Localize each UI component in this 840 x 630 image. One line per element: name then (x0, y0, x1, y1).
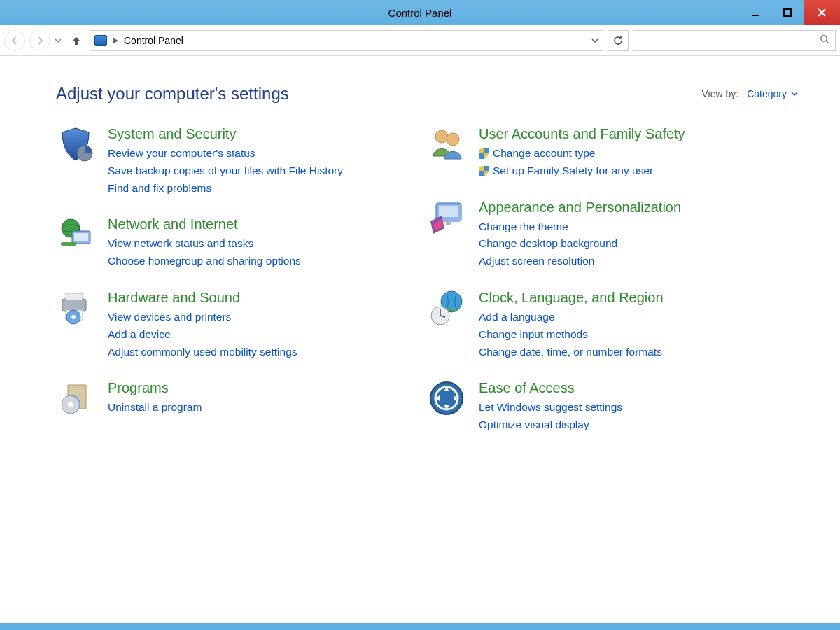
category-system-security: System and Security Review your computer… (56, 125, 420, 197)
category-title[interactable]: User Accounts and Family Safety (479, 126, 685, 142)
svg-rect-1 (784, 9, 791, 16)
link-add-language[interactable]: Add a language (479, 309, 664, 326)
ease-of-access-icon (427, 379, 466, 418)
control-panel-icon (94, 35, 107, 46)
chevron-down-icon (791, 90, 798, 97)
monitor-palette-icon (427, 198, 466, 237)
programs-icon (56, 379, 95, 418)
shield-icon (56, 125, 95, 164)
page-title: Adjust your computer's settings (56, 84, 289, 104)
svg-rect-9 (61, 242, 76, 246)
window-title: Control Panel (388, 7, 452, 19)
link-visual-display[interactable]: Optimize visual display (479, 416, 622, 434)
category-title[interactable]: Ease of Access (479, 380, 622, 396)
svg-rect-10 (62, 299, 86, 312)
printer-icon (56, 288, 95, 328)
link-file-history[interactable]: Save backup copies of your files with Fi… (108, 162, 343, 180)
link-date-time[interactable]: Change date, time, or number formats (479, 344, 664, 361)
clock-globe-icon (427, 288, 466, 328)
category-grid: System and Security Review your computer… (56, 125, 798, 434)
nav-toolbar: ▶ Control Panel (0, 25, 840, 56)
link-network-status[interactable]: View network status and tasks (108, 235, 301, 253)
category-ease-of-access: Ease of Access Let Windows suggest setti… (427, 379, 791, 434)
svg-rect-24 (439, 206, 458, 217)
link-change-theme[interactable]: Change the theme (479, 218, 681, 236)
uac-shield-icon (479, 166, 489, 176)
up-button[interactable] (67, 31, 85, 50)
search-input[interactable] (633, 30, 836, 51)
history-dropdown[interactable] (55, 37, 63, 44)
svg-rect-20 (484, 148, 489, 153)
link-family-safety[interactable]: Set up Family Safety for any user (479, 162, 685, 180)
link-desktop-bg[interactable]: Change desktop background (479, 235, 681, 253)
category-programs: Programs Uninstall a program (56, 379, 420, 418)
forward-button[interactable] (29, 30, 50, 51)
header-row: Adjust your computer's settings View by:… (56, 84, 798, 104)
link-screen-res[interactable]: Adjust screen resolution (479, 253, 681, 270)
globe-network-icon (56, 215, 95, 254)
svg-rect-25 (446, 221, 451, 225)
link-suggest-settings[interactable]: Let Windows suggest settings (479, 399, 622, 416)
search-icon (820, 34, 830, 46)
bottom-accent-bar (0, 623, 840, 630)
refresh-button[interactable] (608, 30, 629, 51)
svg-point-17 (435, 130, 448, 143)
category-title[interactable]: Clock, Language, and Region (479, 290, 664, 306)
viewby-label: View by: (702, 88, 739, 99)
uac-shield-icon (479, 148, 489, 159)
content-area: Adjust your computer's settings View by:… (0, 56, 840, 448)
minimize-button[interactable] (739, 0, 771, 25)
svg-rect-21 (479, 171, 484, 176)
category-title[interactable]: Programs (108, 380, 202, 396)
category-user-accounts: User Accounts and Family Safety Change a… (427, 125, 791, 180)
users-icon (427, 125, 466, 164)
link-review-status[interactable]: Review your computer's status (108, 145, 343, 162)
viewby-dropdown[interactable]: Category (747, 88, 798, 99)
maximize-button[interactable] (771, 0, 804, 25)
svg-rect-19 (479, 153, 484, 159)
address-bar[interactable]: ▶ Control Panel (90, 30, 603, 51)
svg-line-3 (826, 41, 829, 43)
link-devices-printers[interactable]: View devices and printers (108, 309, 298, 326)
link-mobility-settings[interactable]: Adjust commonly used mobility settings (108, 344, 298, 361)
link-uninstall[interactable]: Uninstall a program (108, 399, 202, 416)
category-network-internet: Network and Internet View network status… (56, 215, 420, 270)
category-hardware-sound: Hardware and Sound View devices and prin… (56, 288, 420, 360)
svg-rect-0 (752, 15, 759, 16)
breadcrumb-sep-icon: ▶ (113, 36, 118, 45)
svg-rect-11 (66, 293, 83, 300)
link-input-methods[interactable]: Change input methods (479, 326, 664, 344)
category-title[interactable]: System and Security (108, 126, 343, 142)
viewby-value: Category (747, 88, 787, 99)
svg-point-14 (71, 315, 76, 319)
window-controls (739, 0, 840, 25)
link-add-device[interactable]: Add a device (108, 326, 298, 344)
svg-point-18 (447, 133, 459, 146)
viewby-group: View by: Category (702, 88, 798, 99)
svg-point-16 (68, 402, 74, 407)
svg-rect-22 (484, 166, 489, 171)
svg-point-2 (821, 36, 827, 41)
category-title[interactable]: Network and Internet (108, 216, 301, 232)
link-find-fix[interactable]: Find and fix problems (108, 180, 343, 197)
category-appearance: Appearance and Personalization Change th… (427, 198, 791, 270)
titlebar: Control Panel (0, 0, 840, 25)
category-title[interactable]: Hardware and Sound (108, 290, 298, 306)
back-button[interactable] (4, 30, 25, 51)
category-clock-lang-region: Clock, Language, and Region Add a langua… (427, 288, 791, 360)
category-title[interactable]: Appearance and Personalization (479, 200, 681, 216)
link-change-account-type[interactable]: Change account type (479, 145, 685, 162)
address-dropdown-icon[interactable] (592, 35, 598, 46)
link-homegroup[interactable]: Choose homegroup and sharing options (108, 253, 301, 270)
svg-rect-8 (74, 233, 88, 241)
close-button[interactable] (804, 0, 840, 25)
breadcrumb[interactable]: Control Panel (124, 35, 183, 46)
